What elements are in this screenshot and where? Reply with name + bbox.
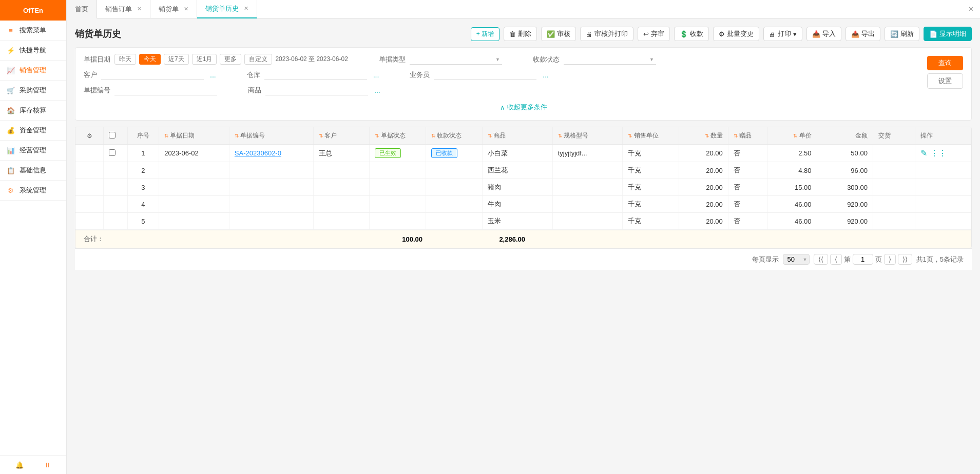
- refresh-button[interactable]: 🔄 刷新: [885, 27, 919, 41]
- table-body: 1 2023-06-02 SA-20230602-0 王总 已生效 已收款 小白…: [75, 145, 971, 230]
- warehouse-input[interactable]: [264, 70, 367, 80]
- table: ⚙ 序号 ⇅ 单据日期 ⇅ 单据编号 ⇅ 客户 ⇅ 单据状态 ⇅ 收款状态 ⇅ …: [75, 127, 971, 230]
- row-doc-status: [370, 179, 426, 196]
- discard-button[interactable]: ↩ 弃审: [638, 27, 670, 41]
- tab-sales-order[interactable]: 销售订单 ✕: [97, 0, 150, 18]
- row-goods: 猪肉: [482, 179, 552, 196]
- date-btn-7days[interactable]: 近7天: [164, 54, 189, 65]
- sort-icon: ⇅: [375, 133, 379, 139]
- col-doc-no[interactable]: ⇅ 单据编号: [229, 127, 313, 145]
- delete-button[interactable]: 🗑 删除: [504, 27, 537, 41]
- pause-icon[interactable]: ⏸: [44, 461, 51, 469]
- col-checkbox: [104, 127, 127, 145]
- filter-customer: 客户 ...: [84, 70, 216, 80]
- row-trade: [873, 196, 915, 213]
- col-setting[interactable]: ⚙: [75, 127, 104, 145]
- sidebar-item-search-menu[interactable]: ≡ 搜索菜单: [0, 21, 66, 41]
- batch-change-button[interactable]: ⚙ 批量变更: [713, 27, 759, 41]
- collect-button[interactable]: 💲 收款: [674, 27, 709, 41]
- tab-sales-order-close[interactable]: ✕: [137, 6, 142, 12]
- sales-icon: 📈: [6, 66, 15, 75]
- sidebar-item-system[interactable]: ⚙ 系统管理: [0, 181, 66, 201]
- col-unit[interactable]: ⇅ 销售单位: [623, 127, 679, 145]
- col-doc-status[interactable]: ⇅ 单据状态: [370, 127, 426, 145]
- audit-button[interactable]: ✅ 审核: [541, 27, 576, 41]
- sidebar-item-quick-nav[interactable]: ⚡ 快捷导航: [0, 41, 66, 61]
- page-next-button[interactable]: ⟩: [884, 254, 896, 265]
- sidebar-logo: OfTEn: [0, 0, 66, 21]
- date-btn-yesterday[interactable]: 昨天: [114, 54, 136, 65]
- tab-sales-history[interactable]: 销货单历史 ✕: [197, 0, 257, 18]
- select-all-checkbox[interactable]: [109, 132, 116, 139]
- sidebar-item-operations[interactable]: 📊 经营管理: [0, 141, 66, 161]
- warehouse-dots[interactable]: ...: [373, 71, 379, 79]
- settings-button[interactable]: 设置: [927, 73, 963, 89]
- tab-sales-delivery-close[interactable]: ✕: [184, 6, 188, 12]
- row-checkbox[interactable]: [109, 149, 116, 156]
- sidebar-item-inventory[interactable]: 🏠 库存核算: [0, 101, 66, 121]
- col-goods[interactable]: ⇅ 商品: [482, 127, 552, 145]
- notification-icon[interactable]: 🔔: [15, 461, 24, 469]
- query-button[interactable]: 查询: [927, 56, 963, 70]
- page-prev-button[interactable]: ⟨: [830, 254, 842, 265]
- tabbar-close-all[interactable]: ✕: [962, 5, 980, 13]
- col-date[interactable]: ⇅ 单据日期: [159, 127, 229, 145]
- quick-nav-icon: ⚡: [6, 46, 15, 55]
- row-checkbox-cell: [104, 196, 127, 213]
- row-qty: 20.00: [679, 213, 728, 230]
- print-button[interactable]: 🖨 打印 ▾: [763, 27, 802, 41]
- page-number-input[interactable]: [853, 254, 873, 265]
- col-gift[interactable]: ⇅ 赠品: [728, 127, 767, 145]
- row-date: [159, 196, 229, 213]
- audit-print-button[interactable]: 🖨 审核并打印: [580, 27, 633, 41]
- col-collect-status[interactable]: ⇅ 收款状态: [426, 127, 483, 145]
- export-button[interactable]: 📤 导出: [846, 27, 880, 41]
- doc-no-link[interactable]: SA-20230602-0: [235, 149, 281, 157]
- col-spec[interactable]: ⇅ 规格型号: [552, 127, 623, 145]
- collect-status-select[interactable]: [564, 54, 656, 65]
- tab-home[interactable]: 首页: [67, 0, 97, 18]
- sidebar-item-sales-mgmt[interactable]: 📈 销售管理: [0, 61, 66, 81]
- more-icon[interactable]: ⋮⋮: [930, 148, 947, 158]
- row-price: 4.80: [767, 162, 817, 179]
- row-spec: [552, 213, 623, 230]
- page-size-select[interactable]: 50 100 200: [783, 254, 810, 265]
- salesperson-input[interactable]: [434, 70, 536, 80]
- col-qty[interactable]: ⇅ 数量: [679, 127, 728, 145]
- new-button[interactable]: + 新增: [471, 27, 499, 41]
- col-price[interactable]: ⇅ 单价: [767, 127, 817, 145]
- export-icon: 📤: [851, 30, 859, 38]
- col-customer[interactable]: ⇅ 客户: [313, 127, 369, 145]
- customer-dots[interactable]: ...: [210, 71, 216, 79]
- tab-sales-history-label: 销货单历史: [205, 4, 239, 13]
- customer-input[interactable]: [101, 70, 204, 80]
- page-first-button[interactable]: ⟨⟨: [814, 254, 828, 265]
- row-price: 46.00: [767, 196, 817, 213]
- sidebar-item-finance[interactable]: 💰 资金管理: [0, 121, 66, 141]
- main-area: 首页 销售订单 ✕ 销货单 ✕ 销货单历史 ✕ ✕ 销货单历史 + 新增 🗑 删…: [67, 0, 980, 474]
- goods-dots[interactable]: ...: [374, 86, 380, 94]
- salesperson-dots[interactable]: ...: [543, 71, 549, 79]
- doc-type-select[interactable]: [410, 54, 502, 65]
- sidebar-item-basic-info[interactable]: 📋 基础信息: [0, 161, 66, 181]
- tab-sales-delivery[interactable]: 销货单 ✕: [150, 0, 197, 18]
- page-last-button[interactable]: ⟩⟩: [898, 254, 912, 265]
- tab-sales-history-close[interactable]: ✕: [244, 5, 248, 12]
- page-of-label: 页: [875, 255, 882, 264]
- date-btn-today[interactable]: 今天: [139, 54, 161, 65]
- import-button[interactable]: 📥 导入: [806, 27, 841, 41]
- edit-icon[interactable]: ✎: [920, 148, 927, 158]
- date-btn-more[interactable]: 更多: [220, 54, 241, 65]
- sidebar-item-purchase-mgmt[interactable]: 🛒 采购管理: [0, 81, 66, 101]
- inventory-icon: 🏠: [6, 106, 15, 115]
- collapse-button[interactable]: ∧ 收起更多条件: [84, 101, 963, 114]
- date-btn-custom[interactable]: 自定义: [244, 54, 272, 65]
- collect-icon: 💲: [680, 30, 688, 38]
- goods-input[interactable]: [265, 85, 368, 95]
- doc-no-input[interactable]: [114, 85, 217, 95]
- date-btn-1month[interactable]: 近1月: [192, 54, 217, 65]
- show-detail-button[interactable]: 📄 显示明细: [924, 27, 972, 41]
- filter-warehouse: 仓库 ...: [247, 70, 379, 80]
- row-date: [159, 179, 229, 196]
- row-no: 2: [127, 162, 159, 179]
